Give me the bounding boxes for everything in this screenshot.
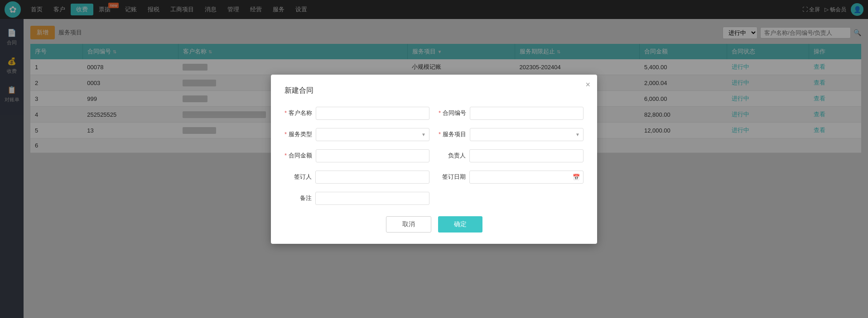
contract-no-input[interactable] <box>470 107 583 120</box>
confirm-button[interactable]: 确定 <box>438 216 482 233</box>
form-group-sign-date: 签订日期 2023-06-06 📅 <box>439 171 583 184</box>
sign-date-label: 签订日期 <box>439 173 466 181</box>
modal-close-button[interactable]: × <box>585 80 590 90</box>
signer-label: 签订人 <box>285 173 312 181</box>
note-input[interactable] <box>315 192 429 205</box>
form-row-4: 签订人 签订日期 2023-06-06 📅 <box>285 171 583 184</box>
sign-date-wrapper: 2023-06-06 📅 <box>469 171 583 184</box>
form-group-contract-no: 合同编号 <box>439 107 583 120</box>
client-name-label: 客户名称 <box>285 109 312 117</box>
amount-label: 合同金额 <box>285 152 312 160</box>
form-row-3: 合同金额 0.00 负责人 <box>285 149 583 162</box>
note-label: 备注 <box>285 194 312 202</box>
modal-title: 新建合同 <box>285 86 583 95</box>
form-row-1: 客户名称 合同编号 <box>285 107 583 120</box>
client-name-input[interactable] <box>316 107 429 120</box>
service-item-wrapper: ▼ <box>470 128 583 141</box>
modal-overlay[interactable]: × 新建合同 客户名称 合同编号 服务类型 ▼ <box>0 0 868 318</box>
signer-input[interactable] <box>315 171 429 184</box>
form-group-note: 备注 <box>285 192 429 205</box>
contract-no-label: 合同编号 <box>439 109 466 117</box>
form-row-2: 服务类型 ▼ 服务项目 ▼ <box>285 128 583 141</box>
service-item-select[interactable] <box>470 128 583 141</box>
amount-input[interactable]: 0.00 <box>316 149 429 162</box>
form-group-charge-person: 负责人 <box>439 149 583 162</box>
charge-person-input[interactable] <box>469 149 583 162</box>
service-item-label: 服务项目 <box>439 130 466 138</box>
form-group-signer: 签订人 <box>285 171 429 184</box>
new-contract-modal: × 新建合同 客户名称 合同编号 服务类型 ▼ <box>271 75 597 244</box>
modal-footer: 取消 确定 <box>285 216 583 233</box>
form-row-5: 备注 <box>285 192 583 205</box>
service-type-wrapper: ▼ <box>316 128 429 141</box>
cancel-button[interactable]: 取消 <box>386 216 431 233</box>
form-group-service-type: 服务类型 ▼ <box>285 128 429 141</box>
form-group-service-item: 服务项目 ▼ <box>439 128 583 141</box>
sign-date-input[interactable]: 2023-06-06 <box>469 171 583 184</box>
form-group-amount: 合同金额 0.00 <box>285 149 429 162</box>
service-type-select[interactable] <box>316 128 429 141</box>
service-type-label: 服务类型 <box>285 130 312 138</box>
form-group-client-name: 客户名称 <box>285 107 429 120</box>
charge-person-label: 负责人 <box>439 152 466 160</box>
